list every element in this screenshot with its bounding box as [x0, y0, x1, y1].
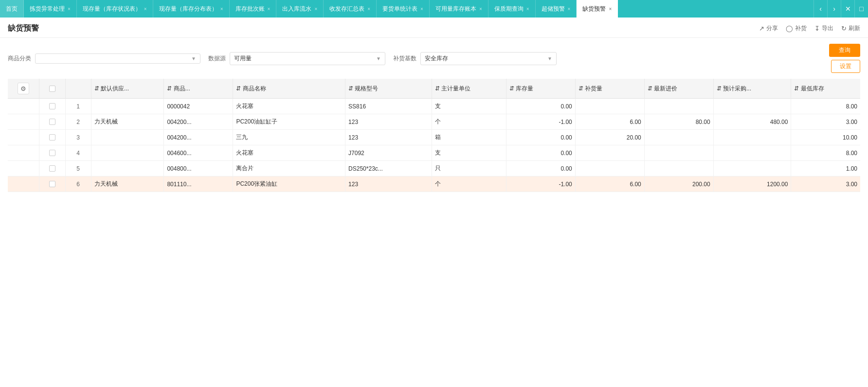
restock-button[interactable]: ◯ 补货 [786, 24, 807, 33]
col-header-est-purchase[interactable]: ⇵ 预计采购... [713, 79, 791, 99]
col-header-product-code-label: ⇵ 商品... [167, 85, 190, 93]
row-min-stock: 10.00 [791, 130, 860, 145]
tab-close-available-ledger[interactable]: × [479, 6, 482, 12]
tab-item-receipt-summary[interactable]: 收发存汇总表× [324, 0, 377, 18]
row-number: 3 [65, 130, 91, 145]
replenish-select-arrow-icon: ▼ [547, 56, 552, 61]
col-header-settings: ⚙ [8, 79, 39, 99]
tab-close-demand-stats[interactable]: × [420, 6, 423, 12]
row-product-name: 离合片 [233, 161, 345, 176]
col-header-min-stock[interactable]: ⇵ 最低库存 [791, 79, 860, 99]
col-header-num [65, 79, 91, 99]
col-header-default-supplier-label: ⇵ 默认供应... [94, 85, 129, 93]
category-select[interactable]: ▼ [35, 53, 200, 64]
row-checkbox[interactable] [49, 103, 55, 109]
replenish-filter-label: 补货基数 [393, 54, 416, 63]
col-header-spec-label: ⇵ 规格型号 [348, 85, 378, 93]
col-header-unit-label: ⇵ 主计量单位 [435, 85, 470, 93]
row-spec: 123 [345, 114, 432, 130]
select-all-checkbox[interactable] [49, 86, 55, 92]
tab-item-batch-account[interactable]: 库存批次账× [230, 0, 277, 18]
row-settings-cell [8, 161, 39, 176]
tab-close-abnormal[interactable]: × [68, 6, 71, 12]
tab-close-inventory-status[interactable]: × [144, 6, 147, 12]
tab-item-inout-flow[interactable]: 出入库流水× [276, 0, 324, 18]
tab-item-available-ledger[interactable]: 可用量库存账本× [430, 0, 488, 18]
col-header-restock-qty-label: ⇵ 补货量 [579, 85, 602, 93]
data-table: ⚙ ⇵ 默认供应... ⇵ 商 [8, 79, 860, 192]
tab-item-demand-stats[interactable]: 要货单统计表× [377, 0, 430, 18]
tab-close-batch-account[interactable]: × [268, 6, 271, 12]
col-header-latest-price[interactable]: ⇵ 最新进价 [644, 79, 713, 99]
tab-item-home[interactable]: 首页 [0, 0, 24, 18]
row-checkbox[interactable] [49, 165, 55, 172]
row-number: 4 [65, 145, 91, 161]
share-button[interactable]: ↗ 分享 [759, 24, 778, 33]
row-latest-price [644, 145, 713, 161]
tab-restore-button[interactable]: □ [854, 0, 868, 18]
col-header-stock-qty[interactable]: ⇵ 库存量 [506, 79, 575, 99]
row-product-name: PC200油缸缸子 [233, 114, 345, 130]
col-header-product-code[interactable]: ⇵ 商品... [164, 79, 233, 99]
row-product-code: 004800... [164, 161, 233, 176]
col-header-product-name[interactable]: ⇵ 商品名称 [233, 79, 345, 99]
tab-close-all-button[interactable]: ✕ [841, 0, 854, 18]
tab-close-receipt-summary[interactable]: × [367, 6, 370, 12]
table-body: 10000042火花塞SS816支0.008.002力天机械004200...P… [8, 99, 860, 192]
col-header-unit[interactable]: ⇵ 主计量单位 [432, 79, 506, 99]
category-filter-group: 商品分类 ▼ [8, 53, 200, 64]
col-header-spec[interactable]: ⇵ 规格型号 [345, 79, 432, 99]
settings-button[interactable]: 设置 [831, 60, 860, 73]
row-checkbox[interactable] [49, 119, 55, 125]
row-stock-qty: -1.00 [506, 114, 575, 130]
tab-close-shortage[interactable]: × [609, 6, 612, 12]
tab-item-overstock[interactable]: 超储预警× [536, 0, 577, 18]
tab-close-inventory-dist[interactable]: × [220, 6, 223, 12]
tab-item-inventory-status[interactable]: 现存量（库存状况表）× [77, 0, 153, 18]
tab-prev-button[interactable]: ‹ [814, 0, 827, 18]
row-unit: 支 [432, 145, 506, 161]
tab-next-button[interactable]: › [827, 0, 841, 18]
tab-item-abnormal[interactable]: 拣货异常处理× [24, 0, 77, 18]
datasource-select[interactable]: 可用量 ▼ [230, 52, 385, 65]
row-est-purchase: 480.00 [713, 114, 791, 130]
col-header-latest-price-label: ⇵ 最新进价 [648, 85, 677, 93]
tab-label-inventory-status: 现存量（库存状况表） [83, 5, 141, 13]
row-est-purchase [713, 161, 791, 176]
tab-close-overstock[interactable]: × [568, 6, 571, 12]
tab-label-expiry-query: 保质期查询 [494, 5, 524, 13]
refresh-button[interactable]: ↻ 刷新 [841, 24, 860, 33]
tab-item-expiry-query[interactable]: 保质期查询× [488, 0, 536, 18]
col-header-stock-qty-label: ⇵ 库存量 [509, 85, 533, 93]
tab-label-shortage: 缺货预警 [582, 5, 606, 13]
row-checkbox-cell [39, 176, 65, 192]
col-header-restock-qty[interactable]: ⇵ 补货量 [575, 79, 644, 99]
row-restock-qty: 6.00 [575, 114, 644, 130]
tab-item-inventory-dist[interactable]: 现存量（库存分布表）× [153, 0, 230, 18]
row-checkbox[interactable] [49, 181, 55, 187]
row-checkbox-cell [39, 161, 65, 176]
tab-label-inventory-dist: 现存量（库存分布表） [159, 5, 217, 13]
row-product-name: 火花塞 [233, 145, 345, 161]
tab-label-receipt-summary: 收发存汇总表 [329, 5, 364, 13]
row-checkbox-cell [39, 99, 65, 114]
row-checkbox[interactable] [49, 150, 55, 156]
tab-close-expiry-query[interactable]: × [526, 6, 529, 12]
table-settings-button[interactable]: ⚙ [18, 83, 29, 94]
query-button[interactable]: 查询 [829, 44, 860, 57]
row-settings-cell [8, 114, 39, 130]
col-header-est-purchase-label: ⇵ 预计采购... [717, 85, 751, 93]
export-icon: ↧ [814, 25, 820, 32]
row-product-name: PC200张紧油缸 [233, 176, 345, 192]
export-button[interactable]: ↧ 导出 [814, 24, 833, 33]
replenish-select[interactable]: 安全库存 ▼ [420, 52, 557, 65]
row-product-code: 0000042 [164, 99, 233, 114]
row-checkbox[interactable] [49, 134, 55, 141]
row-product-name: 三九 [233, 130, 345, 145]
tab-label-home: 首页 [6, 5, 18, 13]
tab-item-shortage[interactable]: 缺货预警× [577, 0, 618, 18]
col-header-default-supplier[interactable]: ⇵ 默认供应... [91, 79, 164, 99]
restock-label: 补货 [795, 24, 807, 33]
tab-close-inout-flow[interactable]: × [314, 6, 317, 12]
row-settings-cell [8, 145, 39, 161]
